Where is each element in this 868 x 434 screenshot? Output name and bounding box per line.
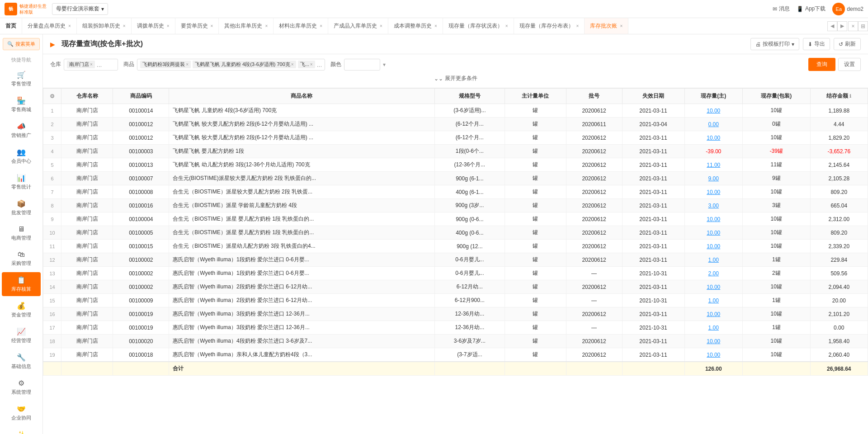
product-tag-3: 飞... × <box>298 61 315 68</box>
cell-name: 惠氏启智（Wyeth illuma）2段奶粉 爱尔兰进口 6-12月幼... <box>169 294 434 307</box>
cell-qty-main[interactable]: 0.00 <box>684 118 742 131</box>
cell-num: 17 <box>43 321 61 335</box>
tab-close-qtachu[interactable]: × <box>265 24 268 28</box>
cell-spec: (12-36个月... <box>434 158 505 172</box>
setting-button[interactable]: 设置 <box>838 58 861 71</box>
sidebar-item-basic[interactable]: 🔧 基础信息 <box>2 349 41 373</box>
cell-name: 合生元(BIOSTIME)派星较大婴儿配方奶粉 2段 乳铁蛋白的... <box>169 172 434 185</box>
cell-expire: 2021-03-11 <box>622 280 684 294</box>
sidebar-item-management[interactable]: 📈 经营管理 <box>2 324 41 348</box>
tab-diaobodanls[interactable]: 调拨单历史 × <box>132 18 175 34</box>
cell-qty-main[interactable]: 10.00 <box>684 185 742 199</box>
sidebar-item-mall[interactable]: 🏪 零售商城 <box>2 93 41 117</box>
tab-close-cailiao[interactable]: × <box>320 24 322 28</box>
sidebar-item-guide[interactable]: ✨ 新手引导 <box>2 427 41 434</box>
expand-more-button[interactable]: ⌄⌄ 展开更多条件 <box>50 73 861 84</box>
tab-qtachu[interactable]: 其他出库单历史 × <box>219 18 274 34</box>
nav-expand-button[interactable]: ⊞ <box>858 21 868 31</box>
search-menu-button[interactable]: 🔍 搜索英单 <box>3 38 40 50</box>
cell-qty-main[interactable]: 1.00 <box>684 253 742 267</box>
cell-num: 6 <box>43 172 61 185</box>
sidebar-item-retail-stats[interactable]: 📊 零售统计 <box>2 170 41 194</box>
tab-yaohuo[interactable]: 要货单历史 × <box>175 18 219 34</box>
product-tag-3-close[interactable]: × <box>310 62 313 67</box>
sidebar-item-finance[interactable]: 💰 资金管理 <box>2 298 41 322</box>
sidebar-item-enterprise[interactable]: 🤝 企业协同 <box>2 401 41 425</box>
cell-qty-main[interactable]: 10.00 <box>684 104 742 118</box>
cell-qty-main[interactable]: 3.00 <box>684 199 742 212</box>
cell-qty-main[interactable]: 10.00 <box>684 307 742 321</box>
sidebar-item-system[interactable]: ⚙ 系统管理 <box>2 375 41 399</box>
cell-qty-main[interactable]: 11.00 <box>684 158 742 172</box>
tab-close-fenliangpandian[interactable]: × <box>68 24 71 28</box>
warehouse-tag-container[interactable]: 南岸门店 × ... <box>64 59 118 71</box>
color-dropdown-icon[interactable]: ▾ <box>383 61 386 68</box>
product-tag-2-close[interactable]: × <box>291 62 294 67</box>
cell-qty-main[interactable]: 10.00 <box>684 280 742 294</box>
user-menu[interactable]: Ea demo2 <box>832 3 863 15</box>
product-tag-1-close[interactable]: × <box>186 62 189 67</box>
refresh-button[interactable]: ↺ 刷新 <box>834 38 861 50</box>
cell-qty-main[interactable]: 10.00 <box>684 240 742 253</box>
cell-qty-main[interactable]: 10.00 <box>684 131 742 145</box>
tab-close-yaohuo[interactable]: × <box>211 24 213 28</box>
nav-close-button[interactable]: × <box>848 21 858 31</box>
app-download-button[interactable]: 📱 App下载 <box>797 5 826 13</box>
cell-qty-main[interactable]: 10.00 <box>684 348 742 362</box>
tab-chancheng[interactable]: 产成品入库单历史 × <box>328 18 388 34</box>
cell-qty-main[interactable]: 10.00 <box>684 226 742 240</box>
sidebar-item-wholesale[interactable]: 📦 批发管理 <box>2 196 41 220</box>
message-icon: ✉ <box>773 6 777 12</box>
export-button[interactable]: ⬇ 导出 <box>803 38 830 50</box>
expand-toggle-button[interactable]: ▶ <box>50 41 55 48</box>
th-expire: 失效日期 <box>622 89 684 104</box>
nav-prev-button[interactable]: ◀ <box>827 21 837 31</box>
sidebar-item-retail[interactable]: 🛒 零售管理 <box>2 67 41 91</box>
tab-close-chenben[interactable]: × <box>434 24 437 28</box>
warehouse-tag-close[interactable]: × <box>90 62 93 67</box>
cell-qty-pkg: 10罐 <box>742 280 810 294</box>
tab-close-kupicizhang[interactable]: × <box>620 24 623 28</box>
cell-warehouse: 南岸门店 <box>61 212 113 226</box>
print-button[interactable]: 🖨 按模板打印 ▾ <box>750 38 799 50</box>
sidebar-item-marketing[interactable]: 📣 营销推广 <box>2 118 41 142</box>
nav-next-button[interactable]: ▶ <box>837 21 847 31</box>
tab-close-xiancunliangfen[interactable]: × <box>576 24 579 28</box>
search-button[interactable]: 查询 <box>808 58 835 71</box>
sidebar-item-purchase[interactable]: 🛍 采购管理 <box>2 247 41 270</box>
tab-kupicizhang[interactable]: 库存批次账 × <box>585 18 628 34</box>
tab-close-diaobodanls[interactable]: × <box>167 24 170 28</box>
sidebar-item-member[interactable]: 👥 会员中心 <box>2 144 41 168</box>
sidebar-item-ecommerce[interactable]: 🖥 电商管理 <box>2 222 41 245</box>
product-more-button[interactable]: ... <box>317 61 322 68</box>
warehouse-more-button[interactable]: ... <box>97 61 102 68</box>
tab-close-chancheng[interactable]: × <box>380 24 382 28</box>
wholesale-icon: 📦 <box>17 199 26 208</box>
tab-cailiao[interactable]: 材料出库单历史 × <box>274 18 328 34</box>
tab-xiancunliangfen[interactable]: 现存量（库存分布表） × <box>514 18 585 34</box>
cell-qty-pkg: 1罐 <box>742 253 810 267</box>
color-input[interactable] <box>344 59 380 71</box>
tab-zuzhuangchaijian[interactable]: 组装拆卸单历史 × <box>77 18 132 34</box>
th-settings[interactable]: ⚙ <box>43 89 61 104</box>
tab-xiancunliangzhuang[interactable]: 现存量（库存状况表） × <box>443 18 514 34</box>
cell-qty-pkg: 1罐 <box>742 294 810 307</box>
cell-qty-main[interactable]: 1.00 <box>684 294 742 307</box>
cell-qty-main[interactable]: 10.00 <box>684 335 742 348</box>
tab-fenliangpandian[interactable]: 分量盘点单历史 × <box>22 18 77 34</box>
tab-home[interactable]: 首页 <box>0 18 22 34</box>
message-button[interactable]: ✉ 消息 <box>773 5 790 13</box>
cell-name: 飞鹤星飞帆 较大婴儿配方奶粉 2段(6-12个月婴幼儿适用) ... <box>169 118 434 131</box>
sidebar-item-inventory[interactable]: 📋 库存核算 <box>2 272 41 296</box>
cell-qty-main[interactable]: 10.00 <box>684 212 742 226</box>
tab-chenben[interactable]: 成本调整单历史 × <box>388 18 443 34</box>
cell-qty-main[interactable]: 2.00 <box>684 267 742 280</box>
product-tag-container[interactable]: 飞鹤奶粉3段两提装 × 飞鹤星飞帆 儿童奶粉 4段(3-6岁适用) 700克 ×… <box>137 59 325 71</box>
cell-qty-main[interactable]: 9.00 <box>684 172 742 185</box>
tab-close-zuzhuangchaijian[interactable]: × <box>123 24 126 28</box>
tab-selector[interactable]: 母婴行业演示账套 ▾ <box>52 3 108 15</box>
cell-unit: 罐 <box>505 104 566 118</box>
tab-close-xiancunliangzhuang[interactable]: × <box>505 24 508 28</box>
cell-qty-main[interactable]: 1.00 <box>684 321 742 335</box>
table-row: 3 南岸门店 00100012 飞鹤星飞帆 较大婴儿配方奶粉 2段(6-12个月… <box>43 131 868 145</box>
